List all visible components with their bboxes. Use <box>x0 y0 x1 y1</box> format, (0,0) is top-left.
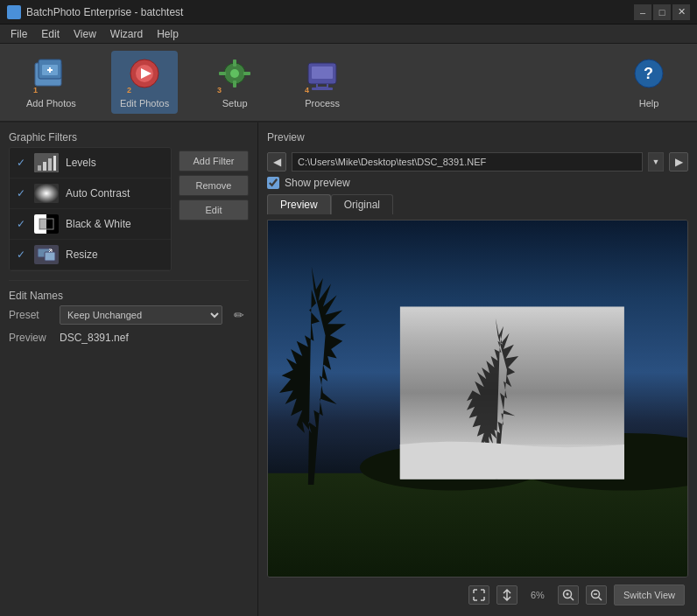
filter-levels-check[interactable]: ✓ <box>17 157 27 169</box>
left-panel: Graphic Filters ✓ <box>0 122 258 616</box>
menu-edit[interactable]: Edit <box>34 24 67 43</box>
add-photos-label: Add Photos <box>26 98 76 108</box>
svg-rect-14 <box>219 72 226 75</box>
main-content: Graphic Filters ✓ <box>0 122 697 616</box>
edit-photos-icon-container: 2 <box>125 56 164 94</box>
preset-edit-button[interactable]: ✏ <box>229 305 249 325</box>
toolbar-process[interactable]: 4 Process <box>292 51 353 114</box>
fit-view-button[interactable] <box>468 585 489 605</box>
preview-filename-value: DSC_8391.nef <box>60 332 129 344</box>
menu-wizard[interactable]: Wizard <box>103 24 150 43</box>
actual-size-button[interactable] <box>496 585 517 605</box>
help-label: Help <box>639 98 659 108</box>
setup-label: Setup <box>222 98 248 108</box>
path-next-button[interactable]: ▶ <box>669 152 688 172</box>
zoom-level: 6% <box>525 590 551 600</box>
filters-row: ✓ Levels <box>9 147 249 271</box>
graphic-filters-title: Graphic Filters <box>9 131 249 144</box>
preset-row: Preset Keep Unchanged Custom ✏ <box>9 305 249 325</box>
svg-line-45 <box>570 598 574 601</box>
filter-bw[interactable]: ✓ Black & White <box>10 209 171 240</box>
filter-ac-icon <box>34 184 59 203</box>
show-preview-label: Show preview <box>285 177 350 189</box>
svg-point-11 <box>230 69 239 78</box>
preview-canvas <box>267 220 688 578</box>
svg-rect-35 <box>45 252 55 261</box>
menu-help[interactable]: Help <box>150 24 186 43</box>
svg-rect-13 <box>233 80 236 88</box>
preset-select[interactable]: Keep Unchanged Custom <box>60 305 222 325</box>
edit-names-title: Edit Names <box>9 290 249 302</box>
filter-levels-name: Levels <box>66 157 164 169</box>
menu-view[interactable]: View <box>67 24 103 43</box>
filter-resize-name: Resize <box>66 248 164 261</box>
svg-text:1: 1 <box>33 86 38 94</box>
remove-filter-button[interactable]: Remove <box>179 175 249 196</box>
svg-rect-24 <box>38 165 41 171</box>
filter-auto-contrast[interactable]: ✓ <box>10 178 171 209</box>
tab-preview[interactable]: Preview <box>267 194 331 214</box>
close-button[interactable]: ✕ <box>672 4 690 20</box>
svg-rect-15 <box>243 72 250 75</box>
svg-rect-32 <box>39 219 46 229</box>
filter-bw-check[interactable]: ✓ <box>17 218 27 230</box>
filter-resize-icon <box>34 245 59 264</box>
toolbar-setup[interactable]: 3 Setup <box>204 51 265 114</box>
filter-ac-check[interactable]: ✓ <box>17 187 27 200</box>
process-label: Process <box>305 98 340 108</box>
path-dropdown-button[interactable]: ▼ <box>648 152 664 172</box>
tab-original[interactable]: Original <box>331 194 393 214</box>
process-icon-container: 4 <box>303 56 341 94</box>
path-input[interactable] <box>292 152 643 172</box>
filter-resize-check[interactable]: ✓ <box>17 248 27 261</box>
show-preview-row: Show preview <box>267 177 688 189</box>
add-photos-icon-container: 1 <box>32 56 70 94</box>
filter-levels[interactable]: ✓ Levels <box>10 148 171 178</box>
path-prev-button[interactable]: ◀ <box>267 152 286 172</box>
filter-resize[interactable]: ✓ Resize <box>10 240 171 270</box>
setup-icon-container: 3 <box>215 56 254 94</box>
filter-bw-name: Black & White <box>66 218 164 230</box>
toolbar-edit-photos[interactable]: 2 Edit Photos <box>111 51 178 114</box>
menu-file[interactable]: File <box>4 24 34 43</box>
preview-section-title: Preview <box>267 131 688 144</box>
zoom-out-button[interactable] <box>586 585 607 605</box>
svg-rect-18 <box>312 66 333 79</box>
filters-list: ✓ Levels <box>9 147 172 271</box>
show-preview-checkbox[interactable] <box>267 177 279 189</box>
preview-tabs: Preview Original <box>267 194 688 214</box>
toolbar-help[interactable]: ? Help <box>618 51 679 114</box>
preview-filename-label: Preview <box>9 332 53 344</box>
minimize-button[interactable]: – <box>634 4 651 20</box>
svg-rect-25 <box>43 162 46 171</box>
app-icon <box>7 5 21 19</box>
filter-bw-icon <box>34 214 59 234</box>
svg-text:?: ? <box>644 65 653 82</box>
svg-rect-30 <box>46 214 59 234</box>
svg-text:2: 2 <box>127 86 131 94</box>
path-row: ◀ ▼ ▶ <box>267 152 688 172</box>
filter-buttons: Add Filter Remove Edit <box>179 147 249 271</box>
switch-view-button[interactable]: Switch View <box>614 584 685 606</box>
preview-svg <box>268 220 687 577</box>
zoom-in-button[interactable] <box>558 585 579 605</box>
title-bar-controls: – □ ✕ <box>634 4 690 20</box>
svg-text:4: 4 <box>305 86 309 94</box>
preset-label: Preset <box>9 309 53 321</box>
svg-line-48 <box>598 598 602 601</box>
svg-text:3: 3 <box>217 86 222 94</box>
svg-rect-26 <box>48 158 52 171</box>
title-bar: BatchPhoto Enterprise - batchtest – □ ✕ <box>0 0 697 24</box>
title-bar-left: BatchPhoto Enterprise - batchtest <box>7 5 183 19</box>
edit-filter-button[interactable]: Edit <box>179 200 249 220</box>
right-panel: Preview ◀ ▼ ▶ Show preview Preview Origi… <box>258 122 697 616</box>
svg-rect-27 <box>53 156 56 171</box>
window-title: BatchPhoto Enterprise - batchtest <box>26 6 183 18</box>
svg-rect-19 <box>312 88 333 90</box>
toolbar-add-photos[interactable]: 1 Add Photos <box>18 51 85 114</box>
toolbar: 1 Add Photos 2 Edit Photos <box>0 44 697 122</box>
help-icon-container: ? <box>630 56 668 94</box>
preview-filename-row: Preview DSC_8391.nef <box>9 332 249 344</box>
maximize-button[interactable]: □ <box>653 4 671 20</box>
add-filter-button[interactable]: Add Filter <box>179 150 249 172</box>
